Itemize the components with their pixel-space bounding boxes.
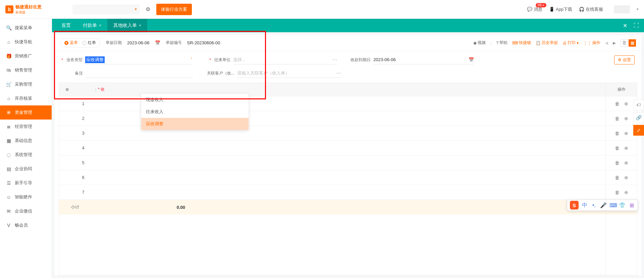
ops-row: 🗑⊕ [606, 111, 637, 126]
view-grid-icon[interactable]: ▦ [629, 39, 636, 47]
table-row[interactable]: 5 [59, 155, 605, 170]
help-link[interactable]: ? 帮助 [496, 40, 507, 46]
dropdown-item[interactable]: 往来收入 [141, 106, 249, 118]
sidebar-item-label: 企业协同 [15, 166, 32, 172]
close-tab-icon[interactable]: ✕ [621, 22, 629, 29]
sidebar-item[interactable]: ⌂库存核算 [0, 91, 52, 105]
sidebar-item[interactable]: 🎁营销推广 [0, 49, 52, 63]
badge: 99 + [536, 3, 546, 7]
sidebar-item[interactable]: ☺智能硬件 [0, 190, 52, 204]
gear-header-icon[interactable]: ⚙ [59, 87, 75, 92]
subtotal-label: 小计 [59, 204, 91, 210]
delete-icon[interactable]: 🗑 [615, 131, 620, 136]
ime-mic-icon[interactable]: 🎤 [600, 202, 607, 208]
sogou-icon[interactable]: S [570, 201, 579, 210]
sidebar-item[interactable]: 🛒采购管理 [0, 77, 52, 91]
video-link[interactable]: ◉ 视频 [473, 40, 486, 46]
relcust-label: 关联客户（收... [207, 71, 234, 76]
delete-icon[interactable]: 🗑 [615, 101, 620, 106]
copy-icon[interactable]: ⊕ [624, 190, 628, 195]
more-icon[interactable]: ⋯ [332, 57, 337, 62]
radio-red[interactable]: 红单 [83, 40, 96, 46]
remark-input[interactable] [86, 68, 193, 78]
sidebar-icon: 🛒 [6, 82, 11, 87]
sidebar-item[interactable]: ≣经营管理 [0, 120, 52, 134]
duedate-input[interactable]: 2023-06-06 📅 [373, 55, 474, 64]
col-header[interactable]: ↕ * 收 [91, 87, 152, 92]
ops-row: 🗑⊕ [606, 170, 637, 185]
expand-icon[interactable]: ⤢ [633, 125, 644, 136]
link-icon[interactable]: 🔗 [633, 112, 644, 123]
dropdown-item[interactable]: 现金收入 [141, 94, 249, 106]
doc-no-value: SR-20230606-00 [187, 40, 220, 45]
prev-icon[interactable]: ◀ [605, 41, 608, 45]
copy-icon[interactable]: ⊕ [624, 116, 628, 121]
sidebar-item[interactable]: ◌系统管理 [0, 148, 52, 162]
sidebar-item[interactable]: ▤企业协同 [0, 162, 52, 176]
copy-icon[interactable]: ⊕ [624, 145, 628, 151]
ime-skin-icon[interactable]: 👕 [619, 202, 626, 208]
ops-link[interactable]: ⋮⋮ 操作 [583, 40, 600, 46]
ime-punct-icon[interactable]: •, [591, 202, 597, 208]
relcust-select[interactable]: 请输入关联客户（收入单） ⋯ [237, 68, 341, 78]
tab[interactable]: 首页 [55, 19, 77, 32]
next-icon[interactable]: ▶ [613, 41, 616, 45]
sidebar-item[interactable]: 🛍销售管理 [0, 63, 52, 77]
tag-icon[interactable]: 🏷 [633, 99, 644, 110]
messages-link[interactable]: 💬 消息 99 + [527, 6, 542, 12]
delete-icon[interactable]: 🗑 [615, 160, 620, 166]
calendar-icon[interactable]: 📅 [469, 57, 474, 62]
sidebar-item[interactable]: ▦基础信息 [0, 134, 52, 148]
table-row[interactable]: 4 [59, 141, 605, 155]
dropdown-item[interactable]: 应收调整 [141, 118, 249, 130]
table-row[interactable]: 7 [59, 185, 605, 200]
calendar-icon[interactable]: 📅 [155, 40, 160, 45]
copy-icon[interactable]: ⊕ [624, 160, 628, 166]
close-icon[interactable]: × [139, 23, 141, 28]
sidebar-item[interactable]: 🔍搜索菜单 [0, 21, 52, 35]
biztype-select[interactable]: 应收调整 ˄ [85, 55, 193, 64]
app-download-link[interactable]: 📱 App下载 [549, 6, 572, 12]
remark-field: 备注 [75, 68, 193, 78]
delete-icon[interactable]: 🗑 [615, 175, 620, 180]
more-icon[interactable]: ⋯ [336, 71, 341, 76]
table-row[interactable]: 6 [59, 170, 605, 185]
delete-icon[interactable]: 🗑 [615, 116, 620, 121]
sidebar-item[interactable]: ֍资金管理 [0, 105, 52, 120]
chat-icon: 💬 [527, 7, 532, 12]
view-list-icon[interactable]: ☰ [621, 39, 628, 47]
sidebar-icon: ☰ [6, 180, 11, 186]
print-link[interactable]: 🖨 打印 ▾ [562, 40, 579, 46]
ime-keyboard-icon[interactable]: ⌨ [609, 202, 616, 208]
copy-icon[interactable]: ⊕ [624, 131, 628, 136]
tab[interactable]: 付款单× [77, 19, 107, 32]
copy-icon[interactable]: ⊕ [624, 101, 628, 106]
avatar[interactable] [614, 5, 630, 13]
expand-icon[interactable]: ⛶ [633, 22, 640, 29]
close-icon[interactable]: × [99, 23, 101, 28]
sidebar-item[interactable]: ☰新手引导 [0, 176, 52, 190]
radio-blue[interactable]: 蓝单 [64, 40, 78, 46]
ime-toolbar[interactable]: S 中 •, 🎤 ⌨ 👕 ⊞ [567, 199, 638, 211]
chevron-down-icon[interactable]: ▾ [637, 7, 639, 11]
ops-row: 🗑⊕ [606, 185, 637, 200]
org-selector[interactable]: ▾ [72, 4, 140, 14]
history-link[interactable]: 📋 历史单据 [536, 40, 558, 46]
sidebar-item[interactable]: ⌂快捷导航 [0, 35, 52, 49]
radio-blue-label: 蓝单 [70, 40, 78, 46]
industry-plan-button[interactable]: 体验行业方案 [156, 4, 192, 15]
ime-lang-icon[interactable]: 中 [581, 202, 588, 209]
copy-icon[interactable]: ⊕ [624, 175, 628, 180]
gear-icon[interactable]: ⚙ [146, 6, 150, 12]
doc-date-value[interactable]: 2023-06-06 [127, 40, 150, 45]
sidebar-item[interactable]: V畅会员 [0, 218, 52, 232]
online-service-link[interactable]: 🎧 在线客服 [579, 6, 603, 12]
delete-icon[interactable]: 🗑 [615, 190, 620, 195]
delete-icon[interactable]: 🗑 [615, 145, 620, 151]
ime-menu-icon[interactable]: ⊞ [628, 202, 635, 208]
sidebar-item[interactable]: ✉企业微信 [0, 204, 52, 218]
shortcut-link[interactable]: ⌨ 快捷键 [512, 40, 531, 46]
partner-select[interactable]: 选择... ⋯ [233, 55, 337, 64]
settings-button[interactable]: ⚙ 设置 [614, 55, 635, 64]
tab[interactable]: 其他收入单× [107, 19, 147, 32]
